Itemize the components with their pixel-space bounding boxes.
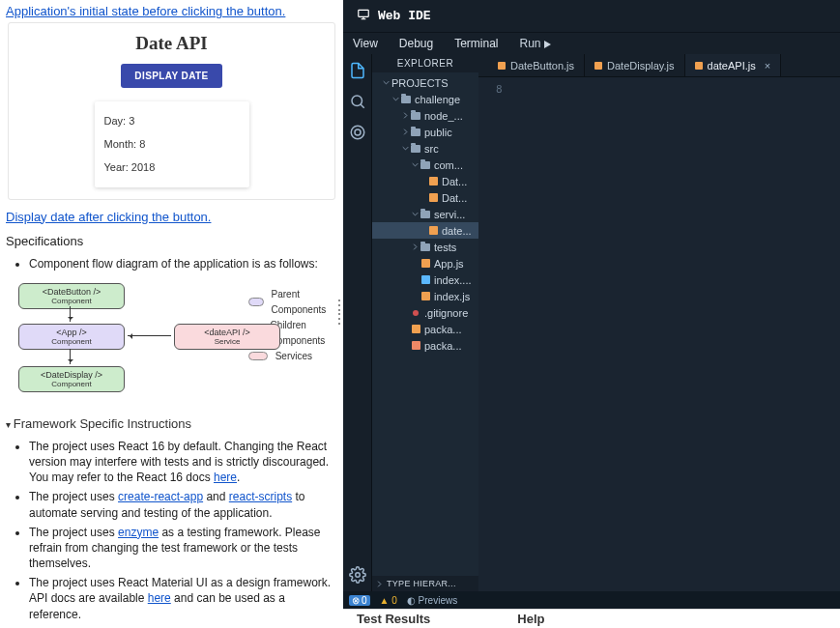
framework-heading[interactable]: Framework Specific Instructions [6, 416, 337, 431]
file-tree: PROJECTS challenge node_... public src c… [372, 72, 478, 576]
tree-file[interactable]: .gitignore [372, 304, 478, 321]
tab-datebutton[interactable]: DateButton.js [488, 54, 585, 76]
editor-tabs: DateButton.js DateDisplay.js dateAPI.js× [478, 54, 840, 77]
menu-debug[interactable]: Debug [390, 33, 443, 54]
code-editor[interactable]: 8 [478, 77, 840, 591]
tree-file[interactable]: App.js [372, 255, 478, 271]
chevron-right-icon [376, 581, 383, 587]
status-previews[interactable]: ◐ Previews [407, 595, 457, 606]
line-number: 8 [496, 83, 503, 96]
menu-terminal[interactable]: Terminal [445, 33, 507, 54]
chevron-down-icon [411, 211, 419, 218]
specifications-heading: Specifications [6, 234, 337, 248]
framework-item: The project uses create-react-app and re… [29, 489, 337, 520]
ide-bottom-panel: Test Results Help [343, 609, 840, 628]
search-icon[interactable] [349, 93, 366, 110]
preview-title: Date API [18, 33, 325, 54]
spec-bullet: Component flow diagram of the applicatio… [29, 256, 337, 271]
tree-projects[interactable]: PROJECTS [372, 74, 478, 91]
status-bar: ⊗0 ▲ 0 ◐ Previews [343, 591, 840, 609]
chevron-right-icon [411, 243, 419, 251]
gear-icon[interactable] [349, 566, 366, 584]
menu-view[interactable]: View [343, 33, 388, 54]
ide-menubar: View Debug Terminal Run [343, 32, 840, 54]
svg-line-4 [361, 104, 364, 108]
framework-item: The project uses React Material UI as a … [29, 575, 337, 622]
tree-node-modules[interactable]: node_... [372, 107, 478, 124]
bottom-help[interactable]: Help [517, 612, 544, 626]
debug-icon[interactable] [349, 124, 366, 141]
type-hierarchy-panel[interactable]: TYPE HIERAR... [372, 576, 478, 591]
svg-point-5 [351, 126, 364, 139]
framework-item: The project uses React 16 by default. Ch… [29, 439, 337, 486]
tree-tests[interactable]: tests [372, 239, 478, 255]
svg-point-6 [355, 129, 361, 135]
tree-file[interactable]: index.js [372, 288, 478, 304]
link-initial-state[interactable]: Application's initial state before click… [6, 4, 285, 18]
diagram-app: <App />Component [18, 324, 125, 350]
close-icon[interactable]: × [765, 60, 770, 71]
svg-rect-0 [359, 10, 369, 16]
ide-titlebar: Web IDE [343, 0, 840, 32]
tree-file-selected[interactable]: date... [372, 222, 478, 239]
chevron-down-icon [411, 161, 419, 169]
preview-month: Month: 8 [104, 132, 240, 156]
play-icon [544, 41, 551, 48]
display-date-button[interactable]: DISPLAY DATE [121, 64, 221, 88]
tree-src[interactable]: src [372, 140, 478, 157]
instructions-panel: Application's initial state before click… [0, 0, 343, 628]
diagram-dateapi: <dateAPI />Service [174, 324, 280, 350]
component-diagram: <DateButton />Component <App />Component… [12, 283, 337, 399]
tree-file[interactable]: Dat... [372, 173, 478, 189]
tree-services[interactable]: servi... [372, 206, 478, 222]
status-warnings[interactable]: ▲ 0 [380, 595, 397, 606]
ide-title-text: Web IDE [378, 9, 431, 23]
explorer-title: EXPLORER [372, 54, 478, 72]
chevron-right-icon [401, 128, 409, 136]
resize-handle[interactable] [338, 300, 343, 325]
menu-run[interactable]: Run [510, 33, 561, 54]
chevron-down-icon [401, 145, 409, 153]
ide-panel: Web IDE View Debug Terminal Run EXPLORER [343, 0, 840, 628]
preview-year: Year: 2018 [104, 156, 240, 179]
files-icon[interactable] [349, 62, 366, 79]
chevron-right-icon [401, 112, 409, 120]
editor-area: DateButton.js DateDisplay.js dateAPI.js×… [478, 54, 840, 591]
tree-file[interactable]: packa... [372, 321, 478, 337]
svg-point-7 [355, 573, 360, 578]
tree-challenge[interactable]: challenge [372, 91, 478, 107]
react-scripts-link[interactable]: react-scripts [229, 490, 292, 503]
tree-public[interactable]: public [372, 124, 478, 140]
react-docs-link[interactable]: here [214, 471, 237, 484]
tab-datedisplay[interactable]: DateDisplay.js [585, 54, 685, 76]
tree-file[interactable]: Dat... [372, 189, 478, 206]
preview-card: Date API DISPLAY DATE Day: 3 Month: 8 Ye… [8, 22, 335, 200]
tree-components[interactable]: com... [372, 157, 478, 173]
monitor-icon [357, 8, 370, 25]
status-errors[interactable]: ⊗0 [349, 595, 370, 606]
preview-day: Day: 3 [104, 109, 240, 132]
mui-docs-link[interactable]: here [148, 591, 171, 605]
cra-link[interactable]: create-react-app [118, 490, 203, 503]
framework-item: The project uses enzyme as a testing fra… [29, 525, 337, 572]
diagram-datebutton: <DateButton />Component [18, 283, 125, 309]
tab-dateapi[interactable]: dateAPI.js× [685, 54, 782, 76]
chevron-down-icon [382, 79, 390, 87]
bottom-test-results[interactable]: Test Results [357, 612, 430, 626]
activity-bar [343, 54, 372, 591]
svg-point-3 [352, 96, 362, 106]
enzyme-link[interactable]: enzyme [118, 526, 159, 539]
preview-values: Day: 3 Month: 8 Year: 2018 [95, 101, 249, 187]
link-after-click[interactable]: Display date after clicking the button. [6, 210, 211, 224]
tree-file[interactable]: packa... [372, 337, 478, 354]
diagram-datedisplay: <DateDisplay />Component [18, 366, 125, 392]
tree-file[interactable]: index.... [372, 271, 478, 288]
explorer-sidebar: EXPLORER PROJECTS challenge node_... pub… [372, 54, 478, 591]
chevron-down-icon [391, 96, 399, 103]
